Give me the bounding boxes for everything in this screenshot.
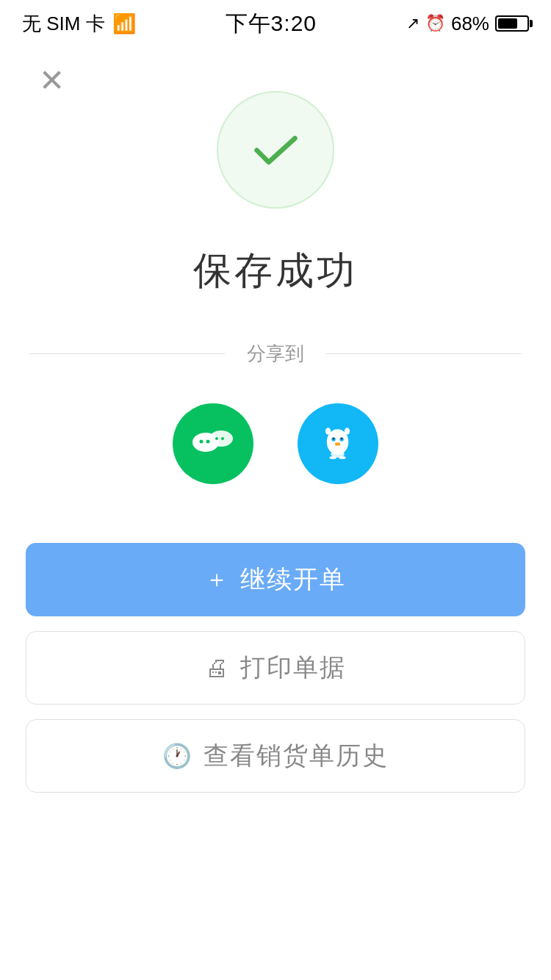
share-divider: 分享到	[0, 341, 551, 367]
success-title: 保存成功	[193, 245, 358, 297]
wifi-icon: 📶	[112, 12, 136, 35]
battery-percent: 68%	[451, 12, 489, 35]
divider-right	[326, 353, 522, 354]
history-icon: 🕐	[162, 742, 193, 770]
print-button[interactable]: 🖨 打印单据	[26, 631, 525, 705]
sim-text: 无 SIM 卡	[22, 11, 105, 37]
svg-point-4	[215, 437, 218, 440]
main-content: 保存成功 分享到	[0, 47, 551, 793]
battery-indicator	[495, 15, 529, 32]
qq-share-button[interactable]	[298, 403, 378, 484]
wechat-share-button[interactable]	[173, 403, 253, 484]
share-icons-container	[173, 403, 378, 484]
history-button[interactable]: 🕐 查看销货单历史	[26, 719, 525, 793]
svg-point-2	[199, 439, 203, 443]
continue-button[interactable]: ＋ 继续开单	[26, 543, 525, 616]
status-left: 无 SIM 卡 📶	[22, 11, 136, 37]
continue-label: 继续开单	[240, 563, 346, 597]
alarm-icon: ⏰	[425, 14, 445, 33]
share-label: 分享到	[225, 341, 326, 367]
action-buttons: ＋ 继续开单 🖨 打印单据 🕐 查看销货单历史	[26, 543, 525, 793]
svg-point-3	[206, 439, 209, 443]
status-time: 下午3:20	[226, 9, 317, 39]
svg-point-10	[333, 438, 335, 440]
svg-point-12	[335, 442, 340, 446]
plus-icon: ＋	[205, 563, 230, 596]
svg-point-11	[341, 438, 343, 440]
qq-icon	[316, 422, 360, 466]
svg-point-14	[339, 456, 345, 459]
svg-point-13	[329, 456, 336, 459]
wechat-icon	[190, 420, 237, 468]
svg-point-15	[325, 428, 331, 434]
status-right: ↗ ⏰ 68%	[406, 12, 529, 35]
print-label: 打印单据	[240, 651, 346, 685]
svg-point-5	[221, 437, 224, 440]
location-icon: ↗	[406, 14, 419, 33]
svg-point-16	[345, 428, 350, 434]
history-label: 查看销货单历史	[204, 739, 389, 773]
status-bar: 无 SIM 卡 📶 下午3:20 ↗ ⏰ 68%	[0, 0, 551, 47]
success-circle	[217, 91, 334, 209]
divider-left	[29, 353, 225, 354]
checkmark-icon	[252, 126, 300, 174]
print-icon: 🖨	[205, 655, 230, 682]
